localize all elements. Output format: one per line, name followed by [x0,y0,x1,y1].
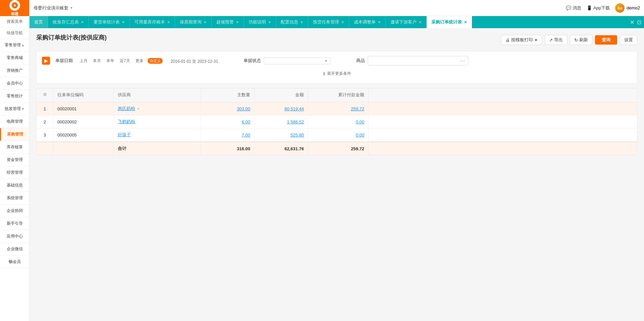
topbar-app-btn[interactable]: 📱 App下载 [587,5,610,11]
tab-usable[interactable]: 可用量库存账本 ✕ [130,16,175,28]
tab-cost-close-icon[interactable]: ✕ [378,20,381,24]
print-chevron-icon: ▼ [534,38,538,42]
tab-quality-close-icon[interactable]: ✕ [204,20,207,24]
sidebar-item-stock[interactable]: 库存核算 [0,141,29,154]
paid-link-1[interactable]: 259.72 [351,106,364,111]
tab-purchase-stats-label: 采购订单统计表 [431,19,462,25]
date-option-more[interactable]: 更多 [134,57,145,64]
tab-funchelp[interactable]: 功能说明 ✕ [244,16,276,28]
tab-usable-close-icon[interactable]: ✕ [167,20,170,24]
sidebar-item-vip[interactable]: 畅会员 [0,256,29,268]
export-label: 导出 [554,37,563,43]
tab-collect-close-icon[interactable]: ✕ [81,20,84,24]
tab-config[interactable]: 配置信息 ✕ [276,16,308,28]
paid-link-3[interactable]: 0.00 [356,132,364,138]
sidebar-item-appcenter[interactable]: 应用中心 [0,230,29,243]
suite-chevron-icon: ▼ [70,6,73,10]
td-qty-3: 7.00 [201,128,255,141]
date-option-last-month[interactable]: 上月 [78,57,89,64]
qty-link-3[interactable]: 7.00 [242,132,250,138]
date-option-7days[interactable]: 近7天 [118,57,131,64]
expand-more-btn[interactable]: ⊻ 展开更多条件 [323,69,351,78]
sidebar-item-search[interactable]: 搜索英单 [0,16,29,28]
date-option-this-year[interactable]: 本年 [105,57,116,64]
app-label: App下载 [593,5,610,11]
qty-link-2[interactable]: 6.00 [242,119,250,124]
tab-task-close-icon[interactable]: ✕ [341,20,344,24]
sidebar-item-finance[interactable]: 资金管理 [0,154,29,166]
sidebar-item-wechat[interactable]: 企业微信 [0,243,29,256]
sidebar-item-member[interactable]: 会员中心 [0,77,29,90]
topbar-user[interactable]: Ea demo2 [615,3,640,13]
filter-toggle-btn[interactable]: ▶ [42,57,50,65]
topbar-message-btn[interactable]: 💬 消息 [566,5,581,11]
sidebar-item-ecommerce[interactable]: 电商管理 [0,115,29,128]
gear-icon[interactable]: ⚙ [42,92,48,99]
export-button[interactable]: ↗ 导出 [545,35,567,45]
tab-demand[interactable]: 要货单统计表 ✕ [89,16,130,28]
tab-funchelp-close-icon[interactable]: ✕ [268,20,271,24]
th-settings: ⚙ [37,89,53,102]
sidebar-item-enterprise[interactable]: 企业协同 [0,205,29,217]
tab-collect[interactable]: 收发存汇总表 ✕ [48,16,89,28]
qty-link-1[interactable]: 303.00 [237,106,250,111]
tab-task[interactable]: 拣货任务管理 ✕ [308,16,349,28]
print-button[interactable]: 🖨 按模板打印 ▼ [501,35,542,45]
tab-home[interactable]: 首页 [30,16,48,28]
amount-link-1[interactable]: 60,519.44 [284,106,304,111]
tab-overflow-close-icon[interactable]: ✕ [236,20,239,24]
goods-ellipsis-btn[interactable]: ··· [460,58,465,64]
tab-overflow[interactable]: 超储预警 ✕ [212,16,244,28]
paid-link-2[interactable]: 0.00 [356,119,364,124]
sidebar-item-basic[interactable]: 基础信息 [0,179,29,192]
sidebar-item-operation[interactable]: 经营管理 [0,166,29,179]
date-option-this-month[interactable]: 本月 [92,57,102,64]
sidebar-item-wholesale[interactable]: 批发管理 ▼ [0,103,29,115]
sidebar-item-purchase[interactable]: 采购管理 [0,128,29,141]
date-options: 上月 本月 本年 近7天 更多 自定义 [78,57,163,64]
goods-input[interactable]: ··· [368,56,468,65]
supplier-arrow-icon: ▼ [137,107,140,111]
td-index-1: 1 [37,102,53,115]
date-filter-label: 单据日期 [55,58,73,64]
topbar-suite-dropdown[interactable]: 母婴行业演示账套 ▼ [34,5,73,11]
th-unit-code: 往来单位编码 [53,89,114,102]
amount-link-2[interactable]: 1,586.52 [287,119,304,124]
settings-button[interactable]: 设置 [620,35,637,45]
tab-quality[interactable]: 保质期查询 ✕ [175,16,212,28]
page-content: 采购订单统计表(按供应商) 🖨 按模板打印 ▼ ↗ 导出 ↻ 刷新 查询 设置 [30,28,644,321]
sidebar-item-retail[interactable]: 零售管理 ▲ [0,39,29,52]
td-qty-2: 6.00 [201,115,255,128]
tab-usable-label: 可用量库存账本 [135,19,165,25]
print-label: 按模板打印 [511,37,533,43]
amount-link-3[interactable]: 525.80 [290,132,304,138]
refresh-button[interactable]: ↻ 刷新 [570,35,592,45]
tab-config-close-icon[interactable]: ✕ [300,20,303,24]
tab-invite[interactable]: 邀请下游客户 ✕ [386,16,427,28]
tab-invite-close-icon[interactable]: ✕ [419,20,422,24]
tab-cost[interactable]: 成本调整单 ✕ [349,16,386,28]
tabbar-expand-btn[interactable]: ⊡ [637,19,641,25]
sidebar-item-shortcut[interactable]: 快捷导航 [0,28,29,39]
suite-label: 母婴行业演示账套 [34,5,68,11]
goods-filter-label: 商品 [356,58,365,64]
sidebar-item-system[interactable]: 系统管理 [0,192,29,205]
td-unitcode-2: 00020002 [53,115,114,128]
date-custom-tag[interactable]: 自定义 [148,58,163,64]
tab-demand-close-icon[interactable]: ✕ [122,20,125,24]
tab-overflow-label: 超储预警 [216,19,234,25]
sidebar-item-retail-mall[interactable]: 零售商城 [0,52,29,64]
tab-purchase-stats[interactable]: 采购订单统计表 ✕ [427,16,472,28]
supplier-link-2[interactable]: 飞鹤奶粉 [118,119,135,125]
data-table: ⚙ 往来单位编码 供应商 主数量 金额 累计付款金额 1 00020001 惠氏… [36,88,637,155]
tab-purchase-stats-close-icon[interactable]: ✕ [464,20,467,24]
td-unitcode-1: 00020001 [53,102,114,115]
query-button[interactable]: 查询 [595,35,617,45]
sidebar-item-newguide[interactable]: 新手引导 [0,217,29,230]
sidebar-item-retail-stats[interactable]: 零售统计 [0,90,29,103]
status-select[interactable]: ▼ [264,57,331,64]
tabbar-close-btn[interactable]: ✕ [630,19,634,25]
supplier-link-1[interactable]: 惠氏奶粉 [118,106,135,112]
sidebar-item-marketing[interactable]: 营销推广 [0,64,29,77]
supplier-link-3[interactable]: 好孩子 [118,132,131,138]
